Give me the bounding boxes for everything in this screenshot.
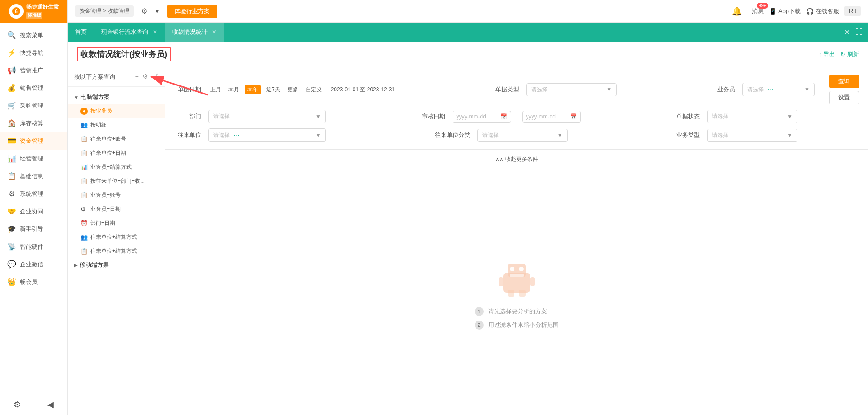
sidebar-item-wechat[interactable]: 💬 企业微信 bbox=[0, 255, 67, 273]
sidebar-footer: ⚙ ◀ bbox=[0, 394, 67, 415]
sidebar-item-capital[interactable]: 💳 资金管理 bbox=[0, 132, 67, 150]
sidebar-item-purchase[interactable]: 🛒 采购管理 bbox=[0, 97, 67, 114]
tree-item-by-unit-account[interactable]: 📋 往来单位+账号 bbox=[68, 132, 165, 146]
notifications-button[interactable]: 🔔 99+ 消息 bbox=[732, 6, 764, 16]
sidebar: 6 畅捷通好生意 标准版 🔍 搜索菜单 ⚡ 快捷导航 📢 营销推广 💰 销售管理… bbox=[0, 0, 68, 415]
partner-select[interactable]: 请选择 ··· ▼ bbox=[208, 128, 326, 142]
trial-button[interactable]: 体验行业方案 bbox=[167, 5, 217, 18]
notifications-count: 99+ bbox=[757, 3, 768, 9]
topbar-dropdown-icon[interactable]: ▼ bbox=[155, 8, 160, 14]
filter-row-2: 部门 请选择 ▼ 审核日期 yyyy-mm-dd 📅 — bbox=[174, 110, 859, 123]
tree-item-by-salesperson-account[interactable]: 📋 业务员+账号 bbox=[68, 188, 165, 202]
sidebar-item-search-menu[interactable]: 🔍 搜索菜单 bbox=[0, 26, 67, 44]
svg-text:6: 6 bbox=[15, 9, 18, 14]
sidebar-collapse-button[interactable]: ◀ bbox=[47, 400, 54, 410]
date-tab-this-month[interactable]: 本月 bbox=[226, 85, 241, 94]
detail-icon: 👥 bbox=[80, 122, 88, 129]
export-button[interactable]: ↑ 导出 bbox=[819, 50, 835, 58]
empty-state: 1 请先选择要分析的方案 2 用过滤条件来缩小分析范围 bbox=[165, 169, 868, 415]
page-header-actions: ↑ 导出 ↻ 刷新 bbox=[819, 50, 859, 58]
sidebar-item-enterprise[interactable]: 🤝 企业协同 bbox=[0, 203, 67, 220]
dept-select[interactable]: 请选择 ▼ bbox=[208, 110, 326, 123]
date-tab-last7[interactable]: 近7天 bbox=[264, 85, 282, 94]
settings-button[interactable]: 设置 bbox=[829, 91, 859, 104]
dept-label: 部门 bbox=[174, 113, 201, 121]
business-type-select[interactable]: 请选择 ▼ bbox=[707, 129, 797, 142]
tree-item-by-unit-dept[interactable]: 📋 按往来单位+部门+收... bbox=[68, 174, 165, 188]
operation-icon: 📊 bbox=[7, 154, 16, 163]
panel-add-button[interactable]: + bbox=[135, 73, 139, 81]
sidebar-item-sales[interactable]: 💰 销售管理 bbox=[0, 79, 67, 97]
svg-point-4 bbox=[510, 267, 514, 271]
tree-item-by-detail[interactable]: 👥 按明细 bbox=[68, 118, 165, 132]
sidebar-settings-button[interactable]: ⚙ bbox=[14, 400, 21, 410]
tabbar-close-all[interactable]: ✕ bbox=[844, 28, 850, 37]
tree-item-by-unit-date[interactable]: 📋 往来单位+日期 bbox=[68, 146, 165, 160]
tree-item-by-dept-date[interactable]: ⏰ 部门+日期 bbox=[68, 216, 165, 230]
sidebar-item-inventory[interactable]: 🏠 库存核算 bbox=[0, 114, 67, 132]
main-area: 资金管理 > 收款管理 ⚙ ▼ 体验行业方案 🔔 99+ 消息 📱 App下载 … bbox=[68, 0, 868, 415]
sidebar-item-system[interactable]: ⚙ 系统管理 bbox=[0, 185, 67, 203]
doc-status-select[interactable]: 请选择 ▼ bbox=[707, 110, 797, 123]
tree-item-by-unit-method2[interactable]: 📋 往来单位+结算方式 bbox=[68, 244, 165, 258]
svg-rect-7 bbox=[499, 277, 503, 286]
date-tab-more[interactable]: 更多 bbox=[286, 85, 300, 94]
sidebar-item-operation[interactable]: 📊 经营管理 bbox=[0, 150, 67, 167]
app-download-button[interactable]: 📱 App下载 bbox=[769, 7, 801, 15]
empty-step-2: 2 用过滤条件来缩小分析范围 bbox=[475, 321, 559, 330]
svg-rect-6 bbox=[510, 274, 524, 277]
topbar-gear-icon[interactable]: ⚙ bbox=[141, 7, 147, 15]
flash-icon: ⚡ bbox=[7, 48, 16, 57]
tree-item-by-salesperson[interactable]: ● 按业务员 bbox=[68, 104, 165, 118]
panel-settings-button[interactable]: ⚙ bbox=[142, 73, 148, 81]
tab-receipt-stats-close[interactable]: ✕ bbox=[212, 29, 217, 35]
tree-group-desktop[interactable]: ▼ 电脑端方案 bbox=[68, 90, 165, 104]
collapse-bar[interactable]: ∧∧ 收起更多条件 bbox=[165, 150, 868, 169]
tree-item-by-salesperson-date[interactable]: ⚙ 业务员+日期 bbox=[68, 202, 165, 216]
date-tab-this-year[interactable]: 本年 bbox=[245, 85, 261, 94]
tab-bank-flow-close[interactable]: ✕ bbox=[153, 29, 157, 35]
biz-type-arrow: ▼ bbox=[787, 132, 793, 138]
date-label: 单据日期 bbox=[174, 85, 201, 94]
unit-date-icon: 📋 bbox=[80, 150, 88, 157]
tree-group-mobile[interactable]: ▶ 移动端方案 bbox=[68, 258, 165, 272]
partner-more-icon[interactable]: ··· bbox=[233, 131, 239, 139]
tab-bank-flow[interactable]: 现金银行流水查询 ✕ bbox=[94, 23, 165, 42]
sidebar-item-member[interactable]: 👑 畅会员 bbox=[0, 273, 67, 291]
unit-method2-icon: 📋 bbox=[80, 248, 88, 255]
calendar-icon: 📅 bbox=[500, 113, 507, 120]
sidebar-item-guide[interactable]: 🎓 新手引导 bbox=[0, 220, 67, 238]
salesperson-more-icon[interactable]: ··· bbox=[767, 85, 773, 94]
logo-text: 畅捷通好生意 标准版 bbox=[26, 4, 59, 19]
user-avatar[interactable]: Rit bbox=[844, 6, 861, 16]
purchase-icon: 🛒 bbox=[7, 101, 16, 110]
calendar-icon-2: 📅 bbox=[570, 113, 577, 120]
date-tab-custom[interactable]: 自定义 bbox=[304, 85, 324, 94]
tree-item-by-unit-method1[interactable]: 👥 往来单位+结算方式 bbox=[68, 230, 165, 244]
sidebar-item-hardware[interactable]: 📡 智能硬件 bbox=[0, 238, 67, 255]
review-date-to[interactable]: yyyy-mm-dd 📅 bbox=[522, 111, 581, 123]
svg-rect-9 bbox=[508, 290, 514, 297]
query-button[interactable]: 查询 bbox=[829, 75, 859, 88]
review-date-from[interactable]: yyyy-mm-dd 📅 bbox=[453, 111, 511, 123]
date-tab-last-month[interactable]: 上月 bbox=[208, 85, 223, 94]
tab-home[interactable]: 首页 bbox=[68, 23, 94, 42]
online-service-button[interactable]: 🎧 在线客服 bbox=[806, 7, 839, 15]
partner-category-select[interactable]: 请选择 ▼ bbox=[477, 129, 568, 142]
sidebar-item-marketing[interactable]: 📢 营销推广 bbox=[0, 61, 67, 79]
tree-item-by-salesperson-method[interactable]: 📊 业务员+结算方式 bbox=[68, 160, 165, 174]
date-range-text: 2023-01-01 至 2023-12-31 bbox=[331, 86, 395, 94]
sidebar-item-quick-nav[interactable]: ⚡ 快捷导航 bbox=[0, 44, 67, 61]
tabbar-expand[interactable]: ⛶ bbox=[855, 28, 863, 36]
tab-receipt-stats[interactable]: 收款情况统计 ✕ bbox=[165, 23, 224, 42]
doc-type-select[interactable]: 请选择 ▼ bbox=[526, 83, 617, 96]
system-icon: ⚙ bbox=[7, 189, 16, 198]
panel-collapse-button[interactable]: 《 bbox=[152, 73, 158, 81]
partner-arrow: ▼ bbox=[316, 132, 321, 138]
refresh-button[interactable]: ↻ 刷新 bbox=[840, 50, 859, 58]
hardware-icon: 📡 bbox=[7, 242, 16, 251]
sidebar-item-basic[interactable]: 📋 基础信息 bbox=[0, 167, 67, 185]
doc-status-arrow: ▼ bbox=[787, 113, 793, 120]
salesperson-label: 业务员 bbox=[717, 85, 735, 94]
salesperson-select[interactable]: 请选择 ··· ▼ bbox=[742, 83, 815, 96]
